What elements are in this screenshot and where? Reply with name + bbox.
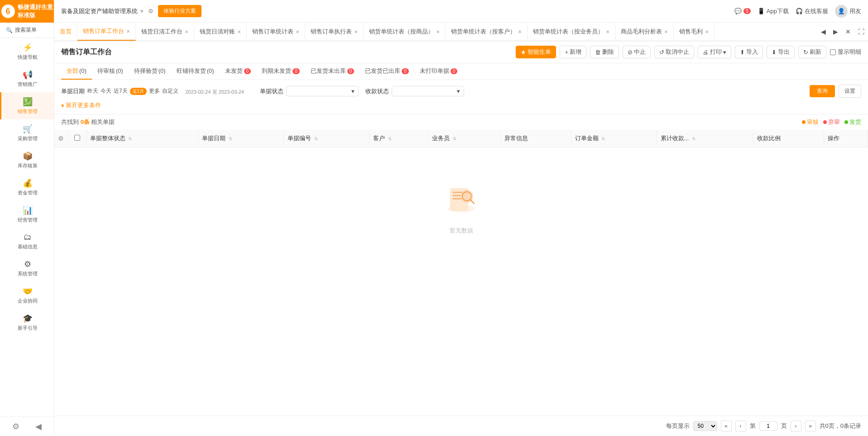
tab-close-sales-order-workbench[interactable]: ✕ bbox=[126, 29, 130, 34]
user-name: 用友 bbox=[849, 7, 861, 15]
tab-close-sales-stats-product[interactable]: ✕ bbox=[436, 29, 440, 34]
subtab-pending-review[interactable]: 待审核(0) bbox=[92, 63, 129, 80]
query-btn[interactable]: 查询 bbox=[810, 85, 835, 97]
subtab-not-shipped[interactable]: 未发货0 bbox=[220, 63, 257, 80]
export-btn[interactable]: ⬇ 导出 bbox=[767, 46, 795, 58]
date-opt-today[interactable]: 今天 bbox=[101, 87, 111, 95]
show-detail-input[interactable] bbox=[830, 49, 836, 55]
tab-sales-stats-customer[interactable]: 销货单统计表（按客户）✕ bbox=[446, 23, 528, 41]
app-download-btn[interactable]: 📱 App下载 bbox=[758, 7, 789, 15]
sort-customer-icon[interactable]: ⇅ bbox=[388, 136, 392, 141]
sort-amount-icon[interactable]: ⇅ bbox=[601, 136, 605, 141]
sidebar-item-base-info[interactable]: 🗂 基础信息 bbox=[0, 228, 54, 255]
date-opt-7days[interactable]: 近7天 bbox=[114, 87, 128, 95]
date-opt-1month[interactable]: 近1月 bbox=[130, 88, 147, 95]
sidebar-item-purchase[interactable]: 🛒 采购管理 bbox=[0, 119, 54, 147]
tab-close-sales-order-stats[interactable]: ✕ bbox=[296, 29, 299, 34]
tab-home[interactable]: 首页 bbox=[54, 23, 77, 41]
tab-close-product-margin[interactable]: ✕ bbox=[664, 29, 668, 34]
ship-btn[interactable]: 发货 bbox=[844, 118, 861, 126]
sidebar-item-sys-mgmt[interactable]: ⚙ 系统管理 bbox=[0, 255, 54, 282]
subtab-pending-inspect[interactable]: 待择验货(0) bbox=[129, 63, 171, 80]
settings-icon-top[interactable]: ⚙ bbox=[148, 8, 153, 14]
page-size-select[interactable]: 50 10 20 100 bbox=[693, 421, 717, 431]
tab-close-cash-daily[interactable]: ✕ bbox=[185, 29, 188, 34]
add-btn[interactable]: + 新增 bbox=[560, 46, 586, 58]
industry-btn[interactable]: 体验行业方案 bbox=[158, 5, 201, 17]
tab-product-margin[interactable]: 商品毛利分析表✕ bbox=[615, 23, 674, 41]
first-page-btn[interactable]: « bbox=[721, 421, 732, 431]
import-btn[interactable]: ⬆ 导入 bbox=[735, 46, 763, 58]
date-opt-yesterday[interactable]: 昨天 bbox=[87, 87, 98, 95]
user-btn[interactable]: 👤 用友 bbox=[835, 5, 861, 18]
sort-status-icon[interactable]: ⇅ bbox=[128, 136, 132, 141]
tab-close-sales-profit[interactable]: ✕ bbox=[705, 29, 709, 34]
subtab-not-printed[interactable]: 未打印单据0 bbox=[414, 63, 463, 80]
subtab-overdue-not-shipped[interactable]: 到期未发货0 bbox=[256, 63, 305, 80]
settings-icon[interactable]: ⚙ bbox=[12, 422, 19, 431]
page-number-input[interactable] bbox=[759, 422, 777, 431]
tab-close-all[interactable]: ✕ bbox=[842, 23, 854, 41]
delete-btn[interactable]: 🗑 删除 bbox=[590, 46, 619, 58]
sidebar-item-finance[interactable]: 💰 资金管理 bbox=[0, 174, 54, 201]
col-ops-header: 操作 bbox=[824, 130, 868, 147]
tab-sales-order-workbench[interactable]: 销售订单工作台✕ bbox=[77, 23, 136, 41]
stop-btn[interactable]: ⊘ 中止 bbox=[623, 46, 651, 58]
audit-btn[interactable]: 审核 bbox=[802, 118, 819, 126]
tab-sales-stats-product[interactable]: 销货单统计表（按商品）✕ bbox=[364, 23, 446, 41]
prev-page-btn[interactable]: ‹ bbox=[735, 421, 746, 431]
last-page-btn[interactable]: » bbox=[805, 421, 816, 431]
tab-cash-daily[interactable]: 钱货日清工作台✕ bbox=[136, 23, 194, 41]
sort-collected-icon[interactable]: ⇅ bbox=[692, 136, 695, 141]
sidebar-search[interactable]: 🔍 搜索菜单 bbox=[0, 23, 54, 38]
tab-nav-prev[interactable]: ◀ bbox=[817, 23, 830, 41]
print-btn[interactable]: 🖨 打印 ▾ bbox=[698, 46, 731, 58]
select-all-checkbox[interactable] bbox=[74, 135, 80, 141]
sort-number-icon[interactable]: ⇅ bbox=[314, 136, 318, 141]
reject-btn[interactable]: 弃审 bbox=[823, 118, 840, 126]
dropdown-icon[interactable]: ▾ bbox=[140, 8, 144, 14]
sidebar-item-inventory[interactable]: 📦 库存核算 bbox=[0, 147, 54, 174]
sidebar-item-marketing[interactable]: 📢 营销推广 bbox=[0, 65, 54, 92]
status-select[interactable]: ▾ bbox=[286, 86, 359, 96]
tab-sales-stats-salesperson[interactable]: 销货单统计表（按业务员）✕ bbox=[528, 23, 615, 41]
avatar: 👤 bbox=[835, 5, 848, 18]
sort-date-icon[interactable]: ⇅ bbox=[229, 136, 232, 141]
date-opt-more[interactable]: 更多 bbox=[149, 87, 160, 95]
subtab-shipped-out[interactable]: 已发货已出库0 bbox=[360, 63, 414, 80]
set-btn[interactable]: 设置 bbox=[839, 85, 861, 98]
message-btn[interactable]: 💬 5 bbox=[734, 8, 751, 14]
date-opt-custom[interactable]: 自定义 bbox=[162, 87, 178, 95]
expand-filter-btn[interactable]: ▾ 展开更多条件 bbox=[61, 101, 861, 109]
tab-cash-reconcile[interactable]: 钱货日清对账✕ bbox=[194, 23, 247, 41]
sidebar-item-sales[interactable]: 💹 销售管理 bbox=[0, 92, 54, 119]
tab-close-cash-reconcile[interactable]: ✕ bbox=[237, 29, 241, 34]
payment-select[interactable]: ▾ bbox=[392, 86, 464, 96]
show-detail-checkbox[interactable]: 显示明细 bbox=[830, 48, 861, 56]
purchase-icon: 🛒 bbox=[23, 124, 33, 134]
tab-close-sales-stats-customer[interactable]: ✕ bbox=[518, 29, 522, 34]
online-service-btn[interactable]: 🎧 在线客服 bbox=[796, 7, 828, 15]
tab-nav-next[interactable]: ▶ bbox=[830, 23, 842, 41]
sort-salesperson-icon[interactable]: ⇅ bbox=[453, 136, 456, 141]
sidebar-item-guide[interactable]: 🎓 新手引导 bbox=[0, 309, 54, 336]
tab-close-sales-order-exec[interactable]: ✕ bbox=[354, 29, 358, 34]
tab-maximize[interactable]: ⛶ bbox=[854, 23, 868, 41]
tab-sales-order-stats[interactable]: 销售订单统计表✕ bbox=[247, 23, 305, 41]
smart-bill-btn[interactable]: ★ 智能生单 bbox=[516, 46, 556, 58]
subtab-wangpu-pending[interactable]: 旺铺待发货(0) bbox=[171, 63, 220, 80]
logo-icon: 6 bbox=[1, 5, 15, 18]
tab-sales-order-exec[interactable]: 销售订单执行表✕ bbox=[305, 23, 364, 41]
sidebar-item-quick-nav[interactable]: ⚡ 快捷导航 bbox=[0, 38, 54, 65]
next-page-btn[interactable]: › bbox=[791, 421, 801, 431]
tab-close-sales-stats-salesperson[interactable]: ✕ bbox=[606, 29, 609, 34]
col-settings-icon[interactable]: ⚙ bbox=[58, 135, 64, 142]
collapse-icon[interactable]: ◀ bbox=[35, 422, 42, 431]
cancel-stop-btn[interactable]: ↺ 取消中止 bbox=[654, 46, 694, 58]
refresh-btn[interactable]: ↻ 刷新 bbox=[798, 46, 826, 58]
subtab-all[interactable]: 全部(0) bbox=[61, 63, 92, 80]
sidebar-item-operations[interactable]: 📊 经营管理 bbox=[0, 201, 54, 228]
subtab-shipped-not-out[interactable]: 已发货未出库0 bbox=[305, 63, 360, 80]
tab-sales-profit[interactable]: 销售毛利✕ bbox=[674, 23, 715, 41]
sidebar-item-corp-coop[interactable]: 🤝 企业协同 bbox=[0, 282, 54, 309]
